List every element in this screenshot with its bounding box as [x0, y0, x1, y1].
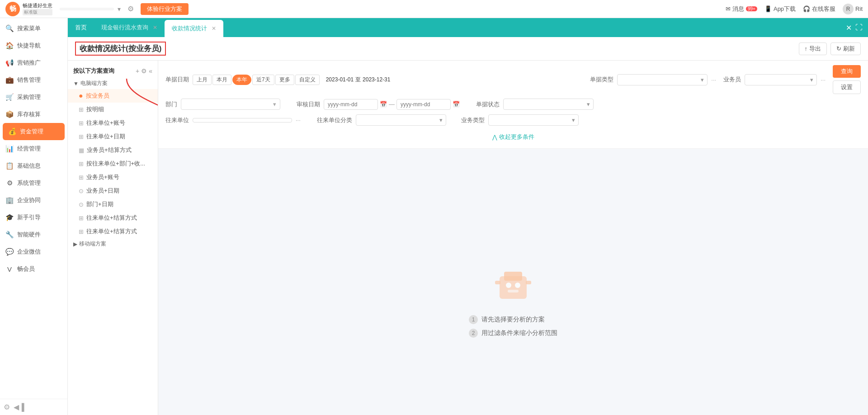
salesperson-more[interactable]: ···: [821, 76, 826, 83]
nav-dropdown-icon[interactable]: ▾: [118, 5, 121, 13]
salesperson-select-wrap: [745, 74, 817, 85]
sidebar-item-enterprise[interactable]: 🏢 企业协同: [0, 192, 67, 209]
audit-date-to[interactable]: [396, 99, 451, 110]
filter-date-item: 单据日期 上月 本月 本年 近7天 更多 自定义 2023-01-01: [165, 75, 390, 85]
sidebar-settings-btn[interactable]: ⚙: [4, 403, 10, 411]
doc-type-more[interactable]: ···: [711, 76, 716, 83]
sidebar-item-search[interactable]: 🔍 搜索菜单: [0, 20, 67, 37]
counterpart-select[interactable]: [193, 118, 292, 123]
scheme-item-detail[interactable]: ⊞ 按明细: [68, 103, 158, 116]
inventory-icon: 📦: [5, 110, 14, 118]
filter-row-3: 往来单位 ··· 往来单位分类 ▾: [165, 114, 861, 126]
audit-date-from[interactable]: [324, 99, 378, 110]
panel-header-actions: + ⚙ «: [136, 67, 152, 75]
dept-select[interactable]: ▾: [181, 99, 280, 110]
scheme-item-unit-account[interactable]: ⊞ 往来单位+账号: [68, 116, 158, 130]
user-avatar[interactable]: R Rit: [843, 4, 863, 14]
messages-btn[interactable]: ✉ 消息 99+: [726, 5, 757, 13]
app-download-btn[interactable]: 📱 App下载: [764, 5, 796, 13]
empty-state-area: 1 请先选择要分析的方案 2 用过滤条件来缩小分析范围: [158, 149, 868, 415]
refresh-btn[interactable]: ↻ 刷新: [830, 42, 861, 55]
online-service-btn[interactable]: 🎧 在线客服: [803, 5, 835, 13]
sidebar-item-member[interactable]: V 畅会员: [0, 260, 67, 278]
sidebar-item-inventory[interactable]: 📦 库存核算: [0, 106, 67, 123]
scheme-group-mobile-title[interactable]: ▶ 移动端方案: [68, 238, 158, 250]
tab-maximize[interactable]: ⛶: [855, 24, 863, 32]
tab-close-all[interactable]: ✕: [846, 24, 852, 32]
scheme-item-unit-settle1[interactable]: ⊞ 往来单位+结算方式: [68, 211, 158, 225]
scheme-item-unit-settle2[interactable]: ⊞ 往来单位+结算方式: [68, 225, 158, 238]
collapse-btn[interactable]: ⋀ 收起更多条件: [165, 130, 861, 144]
doc-type-select[interactable]: [617, 74, 708, 85]
sidebar-item-wechat[interactable]: 💬 企业微信: [0, 243, 67, 260]
sidebar-item-system[interactable]: ⚙ 系统管理: [0, 174, 67, 192]
date-btn-7days[interactable]: 近7天: [252, 75, 274, 85]
page-header: 收款情况统计(按业务员) ↑ 导出 ↻ 刷新: [68, 37, 868, 61]
svg-rect-6: [495, 281, 500, 284]
sidebar-item-baseinfo[interactable]: 📋 基础信息: [0, 157, 67, 174]
breadcrumb-title: [60, 8, 114, 10]
biz-type-select[interactable]: [488, 114, 579, 126]
doc-status-select-wrap: [503, 99, 594, 110]
left-panel: 按以下方案查询 + ⚙ «: [68, 61, 158, 415]
action-btns: 查询 设置: [833, 65, 861, 94]
sidebar-item-marketing[interactable]: 📢 营销推广: [0, 54, 67, 71]
scheme-item-unit-dept[interactable]: ⊞ 按往来单位+部门+收...: [68, 157, 158, 170]
gear-settings[interactable]: ⚙: [124, 3, 137, 15]
tab-receipts[interactable]: 收款情况统计 ✕: [165, 20, 223, 37]
scheme-unit-account-icon: ⊞: [79, 120, 84, 127]
date-btn-more[interactable]: 更多: [275, 75, 294, 85]
scheme-item-salesperson[interactable]: ● 按业务员: [68, 89, 158, 103]
calendar-icon-to[interactable]: 📅: [453, 101, 460, 108]
doc-status-select[interactable]: [503, 99, 594, 110]
sidebar-item-finance[interactable]: 💰 资金管理: [3, 123, 65, 140]
date-btn-this-year[interactable]: 本年: [232, 75, 251, 85]
calendar-icon-from[interactable]: 📅: [380, 101, 387, 108]
member-icon: V: [5, 265, 14, 273]
date-btn-last-month[interactable]: 上月: [193, 75, 212, 85]
date-btn-this-month[interactable]: 本月: [212, 75, 231, 85]
scheme-item-salesperson-settle[interactable]: ▦ 业务员+结算方式: [68, 143, 158, 157]
sidebar-item-quicknav[interactable]: 🏠 快捷导航: [0, 37, 67, 54]
doc-type-select-wrap: [617, 74, 708, 85]
scheme-gear-btn[interactable]: ⚙: [141, 67, 147, 75]
sidebar-collapse-btn[interactable]: ◀▐: [14, 403, 24, 411]
tab-cashflow-close[interactable]: ✕: [153, 24, 157, 31]
scheme-item-dept-date[interactable]: ⊙ 部门+日期: [68, 198, 158, 211]
page-title: 收款情况统计(按业务员): [75, 42, 166, 56]
scheme-collapse-btn[interactable]: «: [149, 67, 152, 75]
tab-receipts-close[interactable]: ✕: [212, 25, 216, 32]
export-icon: ↑: [805, 45, 808, 52]
counterpart-more[interactable]: ···: [296, 117, 301, 123]
setting-btn[interactable]: 设置: [833, 80, 861, 94]
scheme-add-btn[interactable]: +: [136, 67, 139, 75]
sidebar-item-operations[interactable]: 📊 经营管理: [0, 140, 67, 157]
scheme-item-unit-date[interactable]: ⊞ 往来单位+日期: [68, 130, 158, 143]
export-btn[interactable]: ↑ 导出: [799, 42, 827, 55]
scheme-item-salesperson-date[interactable]: ⊙ 业务员+日期: [68, 184, 158, 198]
query-btn[interactable]: 查询: [833, 65, 861, 78]
filter-salesperson-item: 业务员 ···: [723, 74, 826, 85]
scheme-item-salesperson-account[interactable]: ⊞ 业务员+账号: [68, 170, 158, 184]
salesperson-select[interactable]: [745, 74, 817, 85]
filter-dept-item: 部门 ▾: [165, 99, 280, 110]
counterpart-cat-select-wrap: [356, 114, 446, 126]
sidebar-item-sales[interactable]: 💼 销售管理: [0, 71, 67, 89]
svg-rect-5: [508, 290, 519, 292]
tab-home[interactable]: 首页: [68, 18, 94, 37]
tab-cashflow[interactable]: 现金银行流水查询 ✕: [94, 18, 165, 37]
empty-illustration: [491, 263, 536, 308]
sidebar-item-purchase[interactable]: 🛒 采购管理: [0, 89, 67, 106]
top-nav-right: ✉ 消息 99+ 📱 App下载 🎧 在线客服 R Rit: [726, 4, 863, 14]
biz-type-select-wrap: [488, 114, 579, 126]
scheme-group-pc-title[interactable]: ▼ 电脑端方案: [68, 78, 158, 89]
date-btn-custom[interactable]: 自定义: [295, 75, 320, 85]
baseinfo-icon: 📋: [5, 162, 14, 170]
sidebar-item-beginner[interactable]: 🎓 新手引导: [0, 209, 67, 226]
trial-btn[interactable]: 体验行业方案: [141, 3, 189, 15]
scheme-salesperson-account-icon: ⊞: [79, 174, 84, 181]
collapse-icon: ⋀: [492, 134, 497, 141]
tab-bar-right: ✕ ⛶: [846, 24, 868, 32]
counterpart-cat-select[interactable]: [356, 114, 446, 126]
sidebar-item-smarthw[interactable]: 🔧 智能硬件: [0, 226, 67, 243]
